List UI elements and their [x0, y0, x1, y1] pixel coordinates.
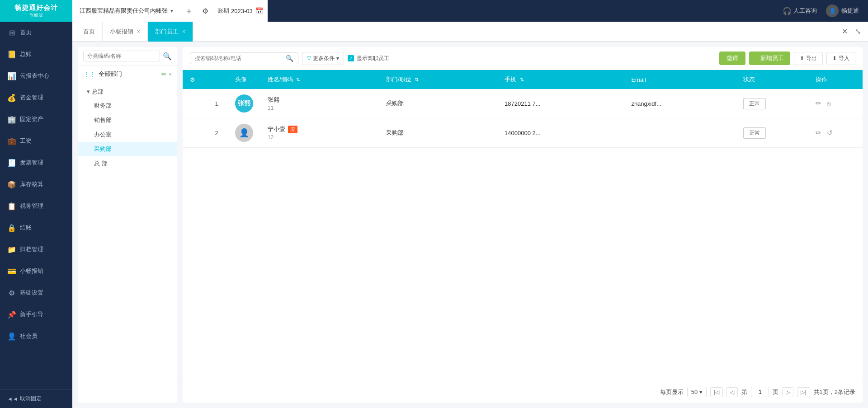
- assets-icon: 🏢: [7, 115, 16, 124]
- user-name: 畅捷通: [841, 7, 859, 15]
- tab-home[interactable]: 首页: [76, 22, 103, 42]
- unpin-button[interactable]: ◄◄ 取消固定: [0, 389, 72, 408]
- top-bar: 畅捷通好会计 旗舰版 江西服宝精品有限责任公司内账张 ▾ ＋ ⚙ 账期 2023…: [0, 0, 868, 22]
- export-button[interactable]: ⬆ 导出: [794, 52, 823, 65]
- sidebar-item-archive[interactable]: 📁 归档管理: [0, 239, 72, 260]
- first-page-button[interactable]: |◁: [710, 387, 723, 397]
- phone-sort-icon: ⇅: [520, 77, 524, 82]
- sidebar-item-invoice[interactable]: 🧾 发票管理: [0, 152, 72, 174]
- row-phone-cell-2: 14000000 2...: [497, 118, 624, 148]
- status-badge-1: 正常: [743, 98, 766, 109]
- row-name-cell-2: 宁小壹 应 12: [260, 118, 379, 148]
- dept-child-zongbu[interactable]: 总 部: [78, 156, 177, 171]
- dept-edit-icon[interactable]: ✏: [161, 70, 167, 78]
- per-page-select[interactable]: 50 ▾: [687, 387, 707, 397]
- sidebar-item-account[interactable]: 👤 社会员: [0, 325, 72, 347]
- filter-button[interactable]: ▽ 更多条件 ▾: [302, 52, 344, 65]
- row-settings-cell: [183, 89, 205, 118]
- employee-table: ⚙ 头像 姓名/编码 ⇅ 部门/职位 ⇅: [183, 70, 863, 148]
- col-settings-header[interactable]: ⚙: [183, 70, 205, 89]
- page-number-input[interactable]: [751, 387, 769, 397]
- period-selector[interactable]: 账期 2023-03 📅: [213, 0, 268, 22]
- import-button[interactable]: ⬇ 导入: [826, 52, 855, 65]
- company-dropdown-icon[interactable]: ▾: [170, 8, 173, 14]
- add-employee-button[interactable]: + 新增员工: [749, 52, 790, 65]
- row-email-cell-1: zhangxidf...: [624, 89, 736, 118]
- sidebar-item-settings[interactable]: ⚙ 基础设置: [0, 282, 72, 304]
- dept-parent-zonbu[interactable]: ▾ 总部: [78, 85, 177, 98]
- sidebar-label-guide: 新手引导: [20, 310, 43, 319]
- action-icons-2: ✏ ↺: [816, 129, 855, 137]
- dept-search-input[interactable]: [83, 51, 160, 61]
- col-dept-header[interactable]: 部门/职位 ⇅: [379, 70, 497, 89]
- sidebar-item-assets[interactable]: 🏢 固定资产: [0, 108, 72, 130]
- period-label: 账期: [217, 7, 229, 15]
- next-page-button[interactable]: ▷: [782, 387, 793, 397]
- close-tab-button[interactable]: ✕: [838, 27, 851, 36]
- col-actions-header: 操作: [808, 70, 863, 89]
- tab-actions: ✕ ⤡: [838, 27, 864, 36]
- employee-search-input[interactable]: [195, 55, 286, 61]
- dept-all-header[interactable]: ⋮⋮ 全部部门 ✏ «: [78, 66, 177, 83]
- dept-tree: ▾ 总部 财务部 销售部 办公室 采购部 总 部: [78, 83, 177, 403]
- show-resigned-toggle[interactable]: ✓ 显示离职员工: [348, 55, 389, 62]
- col-phone-header[interactable]: 手机 ⇅: [497, 70, 624, 89]
- edit-icon-1[interactable]: ✏: [816, 99, 821, 108]
- dept-child-caigou[interactable]: 采购部: [78, 142, 177, 156]
- expand-tab-button[interactable]: ⤡: [851, 27, 864, 36]
- employee-search-box: 🔍: [190, 52, 298, 64]
- col-name-header[interactable]: 姓名/编码 ⇅: [260, 70, 379, 89]
- dept-child-caiwu[interactable]: 财务部: [78, 98, 177, 113]
- tab-expense-close[interactable]: ×: [137, 28, 140, 35]
- avatar: 张熙: [235, 94, 253, 113]
- employee-code-2: 12: [268, 134, 372, 141]
- dept-search-icon[interactable]: 🔍: [163, 52, 172, 61]
- tab-employees[interactable]: 部门员工 ×: [148, 22, 193, 42]
- row-dept-cell-1: 采购部: [379, 89, 497, 118]
- user-profile[interactable]: 👤 畅捷通: [826, 5, 859, 17]
- sidebar-item-inventory[interactable]: 📦 库存核算: [0, 174, 72, 195]
- sidebar-label-funds: 资金管理: [20, 94, 43, 102]
- sidebar-item-ledger[interactable]: 📒 总账: [0, 43, 72, 65]
- employee-email-1: zhangxidf...: [631, 100, 661, 107]
- add-tab-button[interactable]: ＋: [180, 0, 198, 22]
- sidebar-item-closing[interactable]: 🔒 结账: [0, 217, 72, 239]
- edit-icon-2[interactable]: ✏: [816, 129, 821, 137]
- settings-gear-icon[interactable]: ⚙: [198, 0, 213, 22]
- sidebar-item-guide[interactable]: 📌 新手引导: [0, 304, 72, 325]
- filter-label: 更多条件: [313, 55, 335, 62]
- tab-expense[interactable]: 小畅报销 ×: [103, 22, 148, 42]
- action-icons-1: ✏ ⎋: [816, 99, 855, 108]
- app-logo: 畅捷通好会计 旗舰版: [0, 0, 72, 22]
- tab-employees-close[interactable]: ×: [182, 28, 185, 35]
- sidebar-item-payroll[interactable]: 💼 工资: [0, 130, 72, 152]
- resigned-badge-2: 应: [288, 126, 297, 133]
- row-num-1: 1: [205, 89, 228, 118]
- sidebar-item-tax[interactable]: 📋 税务管理: [0, 195, 72, 217]
- sidebar-label-closing: 结账: [20, 224, 32, 232]
- sidebar-item-reports[interactable]: 📊 云报表中心: [0, 65, 72, 87]
- row-status-cell-2: 正常: [736, 118, 808, 148]
- table-settings-icon[interactable]: ⚙: [190, 76, 195, 83]
- dept-child-bangong[interactable]: 办公室: [78, 127, 177, 142]
- row-settings-cell-2: [183, 118, 205, 148]
- dept-child-xiaoshou[interactable]: 销售部: [78, 113, 177, 127]
- last-page-button[interactable]: ▷|: [797, 387, 810, 397]
- calendar-icon[interactable]: 📅: [255, 7, 263, 14]
- logout-icon-1[interactable]: ⎋: [827, 100, 831, 108]
- sidebar-item-expense[interactable]: 💳 小畅报销: [0, 260, 72, 282]
- sidebar-label-assets: 固定资产: [20, 115, 43, 123]
- status-badge-2: 正常: [743, 127, 766, 139]
- prev-page-button[interactable]: ◁: [726, 387, 738, 397]
- sidebar-item-funds[interactable]: 💰 资金管理: [0, 87, 72, 108]
- sidebar-item-home[interactable]: ⊞ 首页: [0, 22, 72, 43]
- company-selector[interactable]: 江西服宝精品有限责任公司内账张 ▾: [72, 0, 180, 22]
- checkbox-icon: ✓: [348, 55, 354, 61]
- logo-subtitle: 旗舰版: [29, 12, 43, 19]
- search-icon[interactable]: 🔍: [286, 55, 293, 62]
- dept-collapse-icon[interactable]: «: [169, 71, 172, 77]
- refresh-icon-2[interactable]: ↺: [827, 129, 833, 137]
- support-button[interactable]: 🎧 人工咨询: [783, 7, 817, 15]
- invite-button[interactable]: 邀请: [719, 52, 745, 65]
- dept-sort-icon: ⇅: [415, 77, 419, 82]
